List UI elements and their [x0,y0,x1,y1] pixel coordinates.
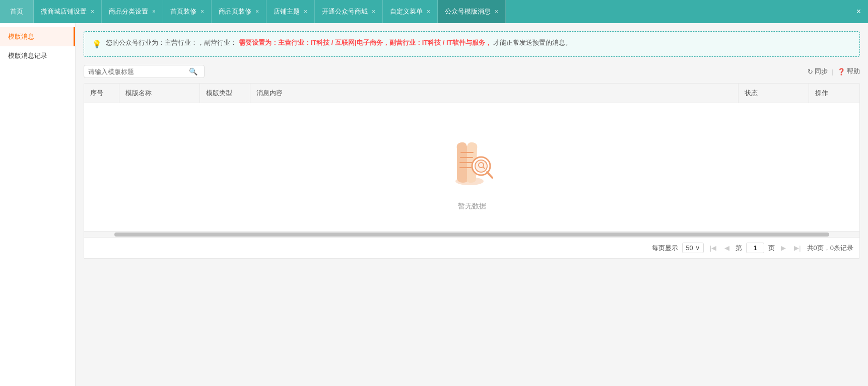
toolbar-right: ↻ 同步 | ❓ 帮助 [808,67,860,76]
info-suffix: 才能正常发送预置的消息。 [493,39,572,46]
page-next-button[interactable]: ▶ [779,243,788,253]
sidebar-item-template-msg-label: 模版消息 [8,33,34,40]
tab-store-settings-label: 微商城店铺设置 [41,7,87,16]
page-unit: 页 [768,244,775,253]
search-input[interactable] [88,68,189,75]
tab-product-decoration-label: 商品页装修 [219,7,251,16]
search-icon[interactable]: 🔍 [189,67,197,75]
info-banner: 💡 您的公众号行业为：主营行业：，副营行业： 需要设置为：主营行业：IT科技 /… [84,31,860,57]
page-total: 共0页，0条记录 [807,244,853,253]
sidebar-item-template-msg-log[interactable]: 模版消息记录 [0,46,75,65]
close-all-tabs[interactable]: × [849,0,868,23]
tab-product-decoration[interactable]: 商品页装修 × [212,0,266,23]
empty-illustration [442,133,502,194]
empty-state: 暂无数据 [84,103,859,231]
search-row: 🔍 ↻ 同步 | ❓ 帮助 [84,65,860,78]
info-banner-text: 您的公众号行业为：主营行业：，副营行业： 需要设置为：主营行业：IT科技 / 互… [106,38,572,48]
page-size-dropdown-icon: ∨ [695,244,700,252]
bulb-icon: 💡 [92,38,102,50]
info-highlight: 需要设置为：主营行业：IT科技 / 互联网|电子商务，副营行业：IT科技 / I… [239,39,492,46]
tab-template-msg-label: 公众号模版消息 [445,7,491,16]
toolbar-divider: | [832,68,833,75]
page-size-select[interactable]: 50 ∨ [682,243,703,253]
tab-home[interactable]: 首页 [0,0,34,23]
th-name: 模版名称 [119,84,200,103]
th-action: 操作 [809,84,859,103]
content-area: 💡 您的公众号行业为：主营行业：，副营行业： 需要设置为：主营行业：IT科技 /… [76,23,868,386]
tab-open-mall-label: 开通公众号商城 [322,7,368,16]
page-first-button[interactable]: |◀ [708,243,718,253]
tab-custom-menu-label: 自定义菜单 [390,7,423,16]
close-tab-product-decoration[interactable]: × [255,8,259,15]
svg-line-7 [487,172,492,178]
close-tab-template-msg[interactable]: × [495,8,498,15]
tab-home-decoration-label: 首页装修 [170,7,196,16]
table-header: 序号 模版名称 模版类型 消息内容 状态 操作 [84,84,859,103]
page-current-input[interactable] [746,243,764,253]
tab-store-settings[interactable]: 微商城店铺设置 × [34,0,102,23]
scrollbar-thumb[interactable] [114,233,829,237]
tab-home-decoration[interactable]: 首页装修 × [163,0,212,23]
sidebar: 模版消息 模版消息记录 [0,23,76,386]
close-tab-category[interactable]: × [152,8,156,15]
tab-category-settings[interactable]: 商品分类设置 × [102,0,163,23]
tab-template-msg[interactable]: 公众号模版消息 × [438,0,506,23]
tab-store-theme-label: 店铺主题 [274,7,300,16]
close-tab-home-decoration[interactable]: × [201,8,204,15]
help-label: 帮助 [847,67,860,76]
close-tab-open-mall[interactable]: × [372,8,375,15]
search-input-wrap[interactable]: 🔍 [84,65,205,78]
sidebar-item-template-msg[interactable]: 模版消息 [0,27,75,46]
empty-text: 暂无数据 [458,202,486,211]
th-content: 消息内容 [250,84,739,103]
page-prev-button[interactable]: ◀ [722,243,731,253]
tab-home-label: 首页 [10,7,23,16]
page-last-button[interactable]: ▶| [792,243,803,253]
pagination: 每页显示 50 ∨ |◀ ◀ 第 页 ▶ ▶| 共0页，0条记录 [84,237,859,258]
th-type: 模版类型 [200,84,250,103]
th-status: 状态 [739,84,809,103]
svg-point-6 [475,160,487,172]
sidebar-item-template-msg-log-label: 模版消息记录 [8,52,47,59]
page-size-value: 50 [686,244,693,252]
page-size-label: 每页显示 [652,244,678,253]
close-all-icon: × [856,7,861,16]
horizontal-scrollbar[interactable] [84,231,859,237]
close-tab-store-theme[interactable]: × [304,8,307,15]
sync-icon: ↻ [808,68,813,75]
data-table: 序号 模版名称 模版类型 消息内容 状态 操作 [84,83,860,259]
page-prefix: 第 [736,244,742,253]
tab-open-mall[interactable]: 开通公众号商城 × [315,0,383,23]
sync-label: 同步 [815,67,828,76]
tab-custom-menu[interactable]: 自定义菜单 × [383,0,438,23]
tab-store-theme[interactable]: 店铺主题 × [266,0,315,23]
help-icon: ❓ [837,68,845,75]
sync-button[interactable]: ↻ 同步 [808,67,828,76]
info-prefix: 您的公众号行业为：主营行业：，副营行业： [106,39,237,46]
close-tab-custom-menu[interactable]: × [427,8,430,15]
tab-category-settings-label: 商品分类设置 [109,7,148,16]
th-index: 序号 [84,84,119,103]
help-button[interactable]: ❓ 帮助 [837,67,860,76]
top-navigation: 首页 微商城店铺设置 × 商品分类设置 × 首页装修 × 商品页装修 × 店铺主… [0,0,868,23]
main-layout: 模版消息 模版消息记录 💡 您的公众号行业为：主营行业：，副营行业： 需要设置为… [0,23,868,386]
close-tab-store-settings[interactable]: × [91,8,94,15]
